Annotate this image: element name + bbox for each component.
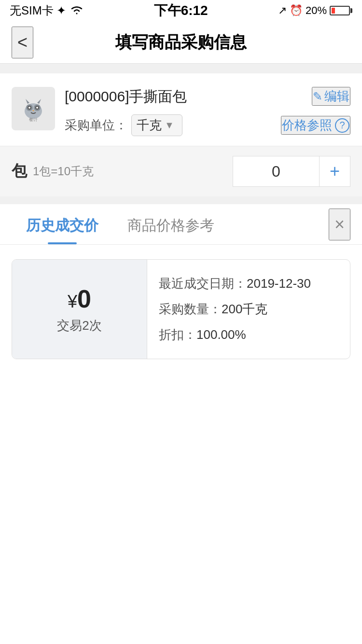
transaction-count: 交易2次: [57, 317, 101, 334]
tab-price-reference[interactable]: 商品价格参考: [113, 204, 229, 244]
alarm-icon: ⏰: [290, 4, 303, 17]
product-info: [0000006]手撕面包 ✎ 编辑 采购单位： 千克 ▼ 价格参照 ?: [65, 87, 350, 136]
transaction-section: ¥0 交易2次 最近成交日期：2019-12-30 采购数量：200千克 折扣：…: [0, 245, 362, 374]
svg-marker-7: [26, 99, 29, 104]
recent-date-row: 最近成交日期：2019-12-30: [159, 274, 338, 293]
discount-label: 折扣：: [159, 327, 196, 342]
status-left: 无SIM卡 ✦: [10, 3, 84, 18]
product-thumbnail: 餐计: [19, 94, 48, 123]
tabs-list: 历史成交价 商品价格参考: [12, 204, 229, 244]
tab-history-label: 历史成交价: [26, 217, 98, 233]
price-value: 0: [77, 285, 91, 313]
quantity-label: 包 1包=10千克: [12, 161, 94, 182]
tab-reference-label: 商品价格参考: [127, 217, 214, 233]
purchase-qty-label: 采购数量：: [159, 302, 222, 316]
location-icon: ↗: [278, 4, 287, 17]
battery-percent: 20%: [306, 4, 327, 17]
unit-text: 采购单位：: [65, 117, 127, 134]
svg-marker-8: [37, 99, 41, 104]
discount-row: 折扣：100.00%: [159, 325, 338, 344]
edit-icon: ✎: [313, 90, 322, 103]
unit-label: 采购单位： 千克 ▼: [65, 114, 182, 136]
product-unit-row: 采购单位： 千克 ▼ 价格参照 ?: [65, 114, 350, 136]
product-card: 餐计 [0000006]手撕面包 ✎ 编辑 采购单位： 千克 ▼ 价格参照: [0, 73, 362, 146]
wifi-icon: [70, 4, 84, 17]
recent-date-label: 最近成交日期：: [159, 276, 247, 291]
edit-button[interactable]: ✎ 编辑: [312, 87, 350, 106]
transaction-details: 最近成交日期：2019-12-30 采购数量：200千克 折扣：100.00%: [147, 260, 350, 359]
unit-conversion: 1包=10千克: [33, 164, 94, 179]
product-title: 手撕面包: [129, 88, 187, 104]
tabs-panel: 历史成交价 商品价格参考 × ¥0 交易2次 最近成交日期：2019-12-30…: [0, 204, 362, 374]
status-right: ↗ ⏰ 20%: [278, 4, 352, 17]
purchase-qty-value: 200千克: [222, 302, 267, 316]
help-icon: ?: [335, 118, 349, 133]
svg-point-5: [28, 107, 30, 109]
price-ref-label: 价格参照: [282, 117, 332, 134]
transaction-price: ¥0: [68, 284, 91, 313]
recent-date-value: 2019-12-30: [247, 276, 311, 291]
product-image: 餐计: [12, 87, 55, 130]
discount-value: 100.00%: [196, 327, 246, 342]
unit-main: 包: [12, 161, 27, 182]
bottom-area: [0, 374, 362, 644]
unit-selector[interactable]: 千克 ▼: [131, 114, 182, 136]
product-id: [0000006]: [65, 88, 129, 104]
product-header: [0000006]手撕面包 ✎ 编辑: [65, 87, 350, 107]
page-title: 填写商品采购信息: [115, 31, 247, 54]
carrier-text: 无SIM卡 ✦: [10, 3, 66, 18]
svg-text:餐计: 餐计: [29, 117, 38, 122]
quantity-row: 包 1包=10千克 0 +: [0, 146, 362, 196]
quantity-plus-button[interactable]: +: [320, 156, 350, 187]
back-button[interactable]: <: [12, 27, 33, 58]
price-reference-button[interactable]: 价格参照 ?: [281, 116, 350, 135]
transaction-card: ¥0 交易2次 最近成交日期：2019-12-30 采购数量：200千克 折扣：…: [12, 259, 350, 359]
tab-history-price[interactable]: 历史成交价: [12, 204, 113, 244]
status-time: 下午6:12: [154, 1, 208, 20]
tabs-header: 历史成交价 商品价格参考 ×: [0, 204, 362, 245]
purchase-qty-row: 采购数量：200千克: [159, 300, 338, 319]
unit-value: 千克: [137, 117, 162, 134]
battery-icon: [330, 6, 352, 15]
chevron-down-icon: ▼: [165, 120, 174, 131]
quantity-controls: 0 +: [233, 156, 350, 187]
quantity-input[interactable]: 0: [233, 156, 320, 187]
currency-symbol: ¥: [68, 292, 77, 311]
svg-point-6: [36, 107, 38, 109]
product-name: [0000006]手撕面包: [65, 87, 187, 107]
quantity-value: 0: [272, 163, 280, 181]
edit-label: 编辑: [324, 88, 349, 105]
transaction-summary: ¥0 交易2次: [12, 260, 147, 359]
close-button[interactable]: ×: [329, 209, 350, 240]
status-bar: 无SIM卡 ✦ 下午6:12 ↗ ⏰ 20%: [0, 0, 362, 21]
nav-bar: < 填写商品采购信息: [0, 21, 362, 64]
